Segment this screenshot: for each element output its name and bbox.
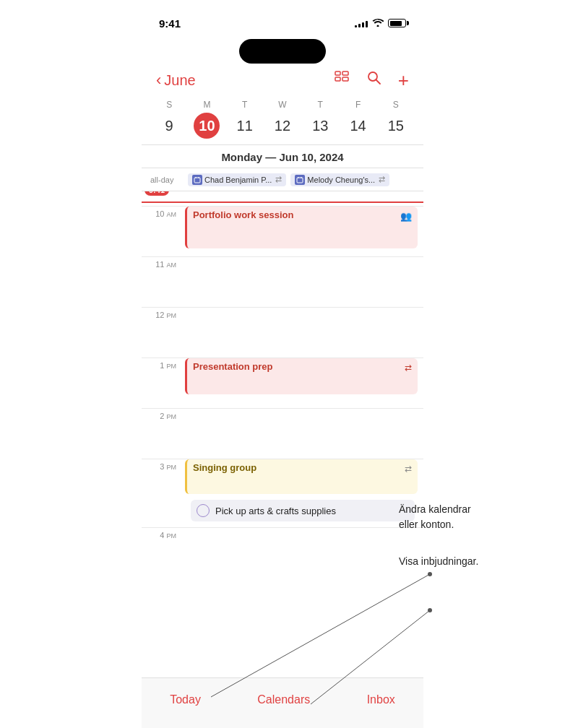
day-col-fri[interactable]: F 14 (342, 100, 374, 139)
status-time: 9:41 (159, 17, 181, 30)
status-bar: 9:41 (142, 0, 423, 36)
wifi-icon (372, 18, 384, 29)
day-num: 11 (232, 113, 258, 139)
week-strip: S 9 M 10 T 11 W 12 T 13 F 14 S 15 (142, 97, 423, 144)
time-label: 3 PM (142, 459, 182, 527)
time-slot-4pm: 4 PM (142, 527, 423, 538)
svg-rect-6 (194, 178, 200, 183)
time-content (182, 308, 423, 358)
day-num: 14 (345, 113, 371, 139)
melody-event-text: Melody Cheung's... (307, 176, 375, 184)
time-content (182, 257, 423, 307)
annotations-area: Ändra kalendrareller konton. Visa inbjud… (399, 502, 543, 569)
day-letter: S (166, 100, 172, 110)
day-letter: T (242, 100, 247, 110)
all-day-event-chad[interactable]: Chad Benjamin P... ⇄ (188, 173, 286, 186)
tab-today[interactable]: Today (170, 693, 201, 706)
day-col-sun[interactable]: S 9 (153, 100, 185, 139)
current-time-marker: 9:41 (142, 191, 423, 206)
arts-crafts-task-text: Pick up arts & crafts supplies (215, 506, 336, 516)
day-letter: S (393, 100, 399, 110)
grid-view-icon[interactable] (333, 69, 350, 91)
time-slot-11am: 11 AM (142, 256, 423, 307)
sync-event-icon: ⇄ (405, 363, 412, 373)
day-letter: M (203, 100, 210, 110)
header-actions: + (333, 69, 409, 91)
event-calendar-icon (295, 175, 305, 185)
day-letter: T (318, 100, 323, 110)
time-label: 4 PM (142, 528, 182, 538)
time-label: 1 PM (142, 358, 182, 408)
day-num: 9 (156, 113, 182, 139)
time-label: 10 AM (142, 207, 182, 256)
time-content: Presentation prep ⇄ (182, 358, 423, 408)
event-calendar-icon (192, 175, 202, 185)
chad-event-text: Chad Benjamin P... (204, 176, 272, 184)
time-label: 11 AM (142, 257, 182, 307)
day-col-sat[interactable]: S 15 (380, 100, 412, 139)
time-content (182, 409, 423, 459)
calendars-annotation-text: Ändra kalendrareller konton. (399, 503, 471, 530)
dynamic-island (239, 39, 326, 64)
portfolio-event[interactable]: Portfolio work session 👥 (185, 207, 418, 248)
day-letter: W (278, 100, 286, 110)
app-header: ‹ June + (142, 64, 423, 97)
singing-event-title: Singing group (193, 462, 256, 473)
inbox-annotation-text: Visa inbjudningar. (399, 555, 478, 567)
sync-icon: ⇄ (275, 175, 282, 184)
tab-bar: Today Calendars Inbox (142, 677, 423, 728)
arts-crafts-task[interactable]: Pick up arts & crafts supplies (191, 500, 415, 521)
all-day-label: all-day (150, 176, 182, 184)
add-event-icon[interactable]: + (398, 71, 409, 90)
status-icons (355, 18, 406, 29)
current-time-line (142, 202, 423, 203)
task-circle-icon (197, 504, 210, 517)
time-label: 12 PM (142, 308, 182, 358)
day-num: 15 (383, 113, 409, 139)
timeline: 9:41 10 AM Portfolio work session 👥 11 A… (142, 191, 423, 538)
svg-rect-1 (342, 72, 348, 75)
svg-point-13 (428, 572, 432, 576)
back-arrow-icon: ‹ (156, 71, 161, 90)
svg-rect-9 (297, 178, 303, 183)
time-content: Portfolio work session 👥 (182, 207, 423, 256)
time-content: Singing group ⇄ Pick up arts & crafts su… (182, 459, 423, 527)
phone-frame: 9:41 ‹ June (142, 0, 423, 728)
presentation-event-title: Presentation prep (193, 361, 273, 372)
time-slot-1pm: 1 PM Presentation prep ⇄ (142, 358, 423, 408)
time-slot-10am: 10 AM Portfolio work session 👥 (142, 206, 423, 256)
portfolio-event-title: Portfolio work session (193, 209, 293, 220)
day-col-tue[interactable]: T 11 (229, 100, 261, 139)
svg-line-5 (376, 80, 380, 84)
sync-event-icon: ⇄ (405, 464, 412, 474)
time-label: 2 PM (142, 409, 182, 459)
inbox-annotation: Visa inbjudningar. (399, 554, 543, 569)
svg-rect-0 (335, 72, 340, 75)
all-day-event-melody[interactable]: Melody Cheung's... ⇄ (290, 173, 389, 186)
header-back[interactable]: ‹ June (156, 71, 196, 90)
sync-icon: ⇄ (379, 175, 385, 184)
all-day-row: all-day Chad Benjamin P... ⇄ Melody Cheu… (142, 168, 423, 191)
month-title: June (164, 72, 195, 89)
day-num-today: 10 (194, 113, 220, 139)
day-letter: F (355, 100, 361, 110)
presentation-event[interactable]: Presentation prep ⇄ (185, 358, 418, 394)
current-time-badge: 9:41 (145, 191, 169, 196)
singing-event[interactable]: Singing group ⇄ (185, 459, 418, 494)
tab-inbox[interactable]: Inbox (367, 693, 395, 706)
day-num: 13 (307, 113, 333, 139)
tab-calendars[interactable]: Calendars (257, 693, 310, 706)
date-header: Monday — Jun 10, 2024 (142, 144, 423, 168)
day-col-mon[interactable]: M 10 (191, 100, 223, 139)
svg-rect-3 (342, 77, 348, 81)
attendees-icon: 👥 (400, 211, 412, 222)
signal-icon (355, 19, 368, 27)
day-num: 12 (269, 113, 296, 139)
svg-rect-2 (335, 77, 340, 81)
search-icon[interactable] (366, 70, 382, 90)
time-slot-12pm: 12 PM (142, 307, 423, 358)
day-col-thu[interactable]: T 13 (304, 100, 336, 139)
svg-point-15 (428, 608, 432, 612)
time-content (182, 528, 423, 538)
day-col-wed[interactable]: W 12 (267, 100, 298, 139)
